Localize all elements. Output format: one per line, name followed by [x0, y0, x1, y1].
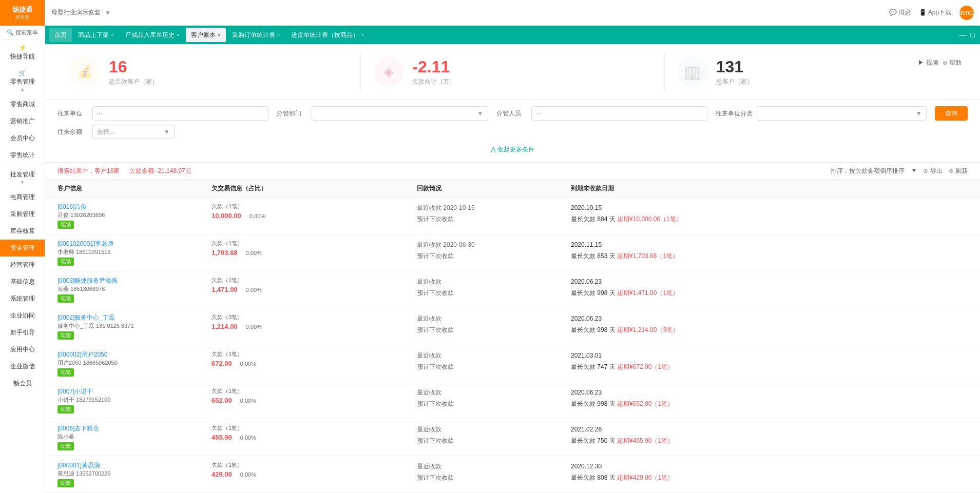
overdue-info: 最长欠款 853 天 超期¥1,703.68（1笔） — [571, 251, 968, 262]
due-date: 2020.11.15 — [571, 240, 968, 251]
stats-row: 💰 16 总欠款客户（家） ◈ -2.11 欠款合计（万） 🏢 131 总客户（… — [45, 44, 980, 100]
close-icon[interactable]: × — [177, 32, 180, 38]
table-row: [000001]黄思源 黄思源 13552700226 现销 欠款（1笔） 42… — [45, 456, 980, 493]
message-btn[interactable]: 💬 消息 — [889, 8, 911, 17]
customer-name[interactable]: [000002]用户2050 — [57, 350, 212, 359]
search-button[interactable]: 查询 — [935, 106, 968, 121]
page-content: 💰 16 总欠款客户（家） ◈ -2.11 欠款合计（万） 🏢 131 总客户（… — [45, 44, 980, 493]
debt-customers-info: 16 总欠款客户（家） — [109, 57, 348, 86]
sidebar-item-purchase[interactable]: 采购管理 — [0, 206, 45, 223]
overdue-cell: 2021.03.01 最长欠款 747 天 超期¥672.00（1笔） — [571, 350, 968, 372]
export-btn[interactable]: ⊙ 导出 — [923, 167, 942, 175]
stat-debt-customers: 💰 16 总欠款客户（家） — [57, 52, 361, 91]
sidebar-item-batch-mgmt[interactable]: 批发管理 ▼ — [0, 166, 45, 189]
customer-name[interactable]: [0016]吕俊 — [57, 203, 212, 211]
tab-purchase-stats[interactable]: 采购订单统计表 × — [227, 28, 285, 42]
customer-contact: 海燕 18513066976 — [57, 285, 212, 293]
filter-balance: 往来余额 选择... ▼ — [57, 125, 968, 139]
collapse-btn[interactable]: ⋀ 收起更多条件 — [57, 143, 968, 156]
sidebar-item-vip[interactable]: 畅会员 — [0, 375, 45, 392]
sidebar-item-member[interactable]: 会员中心 — [0, 130, 45, 147]
minimize-btn[interactable]: — — [958, 30, 968, 40]
chevron-down-icon-bal: ▼ — [164, 128, 170, 135]
sidebar-item-retail-store[interactable]: 零售商城 — [0, 96, 45, 113]
customer-name[interactable]: [0006]去下粮仓 — [57, 424, 212, 433]
due-date: 2020.06.23 — [571, 277, 968, 288]
debt-amount-row: 652.00 0.00% — [212, 397, 417, 404]
refresh-btn[interactable]: ⊙ 刷新 — [949, 167, 968, 175]
sidebar-item-enterprise[interactable]: 企业协同 — [0, 307, 45, 324]
debt-amount-info: -2.11 欠款合计（万） — [412, 57, 651, 86]
close-icon[interactable]: × — [277, 32, 280, 38]
customer-name[interactable]: [0001020001]李老师 — [57, 240, 212, 248]
avatar[interactable]: demo2 — [959, 6, 974, 20]
debt-amount-icon: ◈ — [373, 56, 404, 87]
maximize-btn[interactable]: □ — [970, 30, 976, 40]
close-icon[interactable]: × — [361, 32, 364, 38]
chevron-down-icon: ▼ — [477, 110, 484, 117]
customer-name[interactable]: [0002]服务中心_丁磊 — [57, 313, 212, 322]
source-unit-input[interactable]: ··· — [92, 106, 268, 121]
debt-count: 欠款（1笔） — [212, 240, 243, 247]
dept-select[interactable]: ▼ — [312, 106, 488, 121]
tab-home[interactable]: 首页 — [49, 28, 72, 42]
help-btn[interactable]: ⊙ 帮助 — [943, 58, 962, 67]
sidebar-item-quick[interactable]: ⚡ 快捷导航 — [0, 40, 45, 65]
person-input[interactable]: ··· — [531, 106, 707, 121]
tab-production-history[interactable]: 产成品入库单历史 × — [120, 28, 185, 42]
debt-cell: 欠款（1笔） 429.00 0.00% — [212, 461, 417, 478]
tab-import-stats[interactable]: 进货单统计表（按商品） × — [286, 28, 369, 42]
balance-select[interactable]: 选择... ▼ — [92, 125, 175, 139]
sidebar-item-newbie[interactable]: 新手引导 — [0, 324, 45, 341]
customer-cell: [0006]去下粮仓 陈小希 现销 — [57, 424, 212, 450]
app-download-btn[interactable]: 📱 App下载 — [919, 8, 951, 17]
customer-name[interactable]: [0007]小进干 — [57, 387, 212, 396]
tab-product-updown[interactable]: 商品上下架 × — [73, 28, 119, 42]
sidebar-item-finance[interactable]: 资金管理 — [0, 240, 45, 257]
sidebar-item-enterprise-wx[interactable]: 企业微信 — [0, 358, 45, 375]
customer-name[interactable]: [0003]畅捷服务尹海燕 — [57, 277, 212, 285]
sidebar-item-retail-stats[interactable]: 零售统计 — [0, 147, 45, 164]
overdue-link[interactable]: 超期¥652.00（1笔） — [617, 400, 674, 407]
sort-down-icon: ▼ — [911, 167, 917, 175]
table-row: [0007]小进干 小进干 18279152100 现销 欠款（1笔） 652.… — [45, 382, 980, 419]
overdue-cell: 2020.11.15 最长欠款 853 天 超期¥1,703.68（1笔） — [571, 240, 968, 262]
customer-cell: [0002]服务中心_丁磊 服务中心_丁磊 181 0125 8371 现销 — [57, 313, 212, 340]
sidebar-item-retail-mgmt[interactable]: 🛒 零售管理 ▲ — [0, 65, 45, 96]
overdue-link[interactable]: 超期¥455.90（1笔） — [617, 437, 674, 444]
overdue-link[interactable]: 超期¥1,703.68（1笔） — [617, 252, 679, 260]
overdue-link[interactable]: 超期¥672.00（1笔） — [617, 363, 674, 370]
view-btn[interactable]: ▶ 视频 — [918, 58, 938, 67]
filter-row-2: 往来余额 选择... ▼ — [57, 125, 968, 139]
callback-cell: 最近收款 2020-06-30 预计下次收款 — [417, 240, 571, 262]
unit-category-select[interactable]: ▼ — [757, 106, 927, 121]
sidebar: 畅捷通 好生意 🔍 搜索菜单 ⚡ 快捷导航 🛒 零售管理 ▲ 零售商城 营销推广… — [0, 0, 45, 493]
due-date: 2020.12.30 — [571, 461, 968, 472]
sidebar-item-marketing[interactable]: 营销推广 — [0, 113, 45, 130]
overdue-link[interactable]: 超期¥10,000.00（1笔） — [617, 215, 682, 223]
sidebar-item-app-center[interactable]: 应用中心 — [0, 341, 45, 358]
next-payment: 预计下次收款 — [417, 288, 571, 299]
col-debt-info: 欠交易信息（占比） — [212, 184, 417, 193]
stat-total-customers: 🏢 131 总客户（家） ▶ 视频 ⊙ 帮助 — [665, 52, 968, 91]
overdue-link[interactable]: 超期¥429.00（1笔） — [617, 474, 674, 481]
close-icon[interactable]: × — [111, 32, 114, 38]
debt-percent: 0.00% — [240, 435, 256, 441]
phone-icon: 📱 — [919, 9, 927, 16]
close-icon[interactable]: × — [218, 32, 221, 38]
overdue-link[interactable]: 超期¥1,214.00（3笔） — [617, 326, 679, 333]
results-info: 搜索结果中，客户16家 欠款金额 -21,148.07元 — [57, 167, 191, 175]
sidebar-item-ecommerce[interactable]: 电商管理 — [0, 189, 45, 206]
sidebar-item-operations[interactable]: 经营管理 — [0, 257, 45, 273]
tab-customer-account[interactable]: 客户账本 × — [186, 28, 226, 42]
debt-cell: 欠款（1笔） 652.00 0.00% — [212, 387, 417, 404]
app-logo: 畅捷通 好生意 — [0, 0, 45, 26]
overdue-link[interactable]: 超期¥1,471.00（1笔） — [617, 289, 679, 297]
sidebar-item-system[interactable]: 系统管理 — [0, 290, 45, 307]
filter-area: 往来单位 ··· 分管部门 ▼ 分管人员 ··· — [45, 100, 980, 163]
customer-name[interactable]: [000001]黄思源 — [57, 461, 212, 470]
sidebar-item-base-info[interactable]: 基础信息 — [0, 273, 45, 290]
table-row: [0003]畅捷服务尹海燕 海燕 18513066976 现销 欠款（1笔） 1… — [45, 271, 980, 308]
sidebar-item-inventory[interactable]: 库存核算 — [0, 223, 45, 240]
sidebar-search[interactable]: 🔍 搜索菜单 — [0, 26, 45, 40]
